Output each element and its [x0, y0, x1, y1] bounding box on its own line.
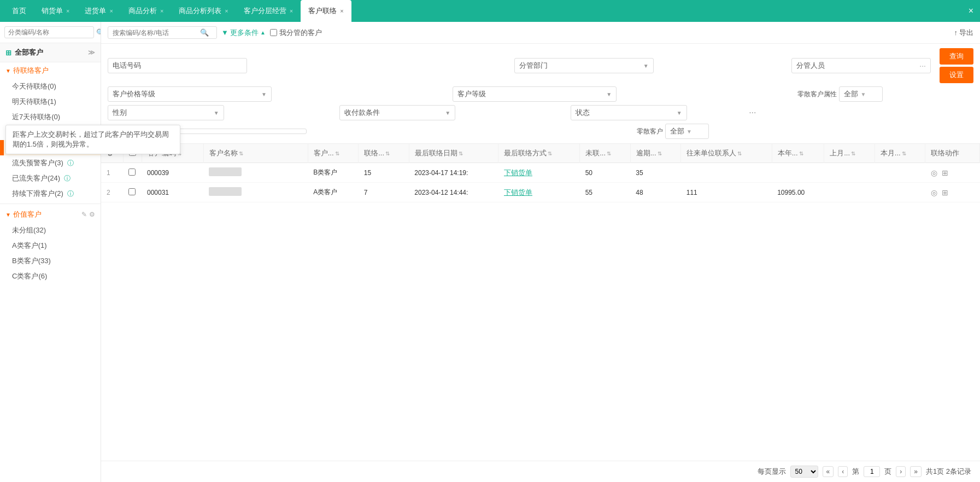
manager-filter[interactable]: 分管人员 ···	[791, 58, 931, 73]
price-level-filter[interactable]: 客户价格等级 ▼	[108, 86, 272, 102]
nav-purchase-order[interactable]: 进货单 ×	[77, 0, 120, 22]
nav-product-analysis[interactable]: 商品分析 ×	[121, 0, 171, 22]
person-sort-icon[interactable]: ⇅	[737, 150, 742, 156]
row2-checkbox[interactable]	[128, 188, 136, 195]
last-page-button[interactable]: »	[910, 466, 922, 477]
lost-customers-info-icon[interactable]: ⓘ	[64, 175, 71, 182]
settings-button[interactable]: 设置	[940, 67, 973, 83]
per-page-select[interactable]: 50 100 200	[790, 466, 818, 478]
scatter-customer-area: 零散客户 全部 ▼	[637, 124, 709, 139]
row2-this-month	[875, 183, 925, 202]
filter-row-1: 电话号码 分管部门 ▼ 分管人员 ··· 查询 设置	[108, 48, 973, 83]
sidebar-c-customers[interactable]: C类客户(6)	[0, 269, 101, 284]
row3-more-icon[interactable]: ···	[749, 108, 756, 118]
sidebar-collapse-icon[interactable]: ≫	[88, 49, 95, 56]
filter-bar: 🔍 ▼ 更多条件 ▲ 我分管的客户 ↑ 导出	[101, 22, 980, 44]
value-section-settings-icon[interactable]: ⚙	[89, 211, 95, 218]
customer-level-filter[interactable]: 客户等级 ▼	[453, 86, 617, 102]
main-search-input[interactable]	[113, 29, 200, 37]
filter-icon: ▼	[221, 28, 228, 37]
next-page-button[interactable]: ›	[896, 466, 906, 477]
manager-more-icon[interactable]: ···	[919, 61, 926, 70]
value-customers-section[interactable]: ▼ 价值客户 ✎ ⚙	[0, 206, 101, 223]
value-section-edit-icon[interactable]: ✎	[81, 211, 87, 218]
query-button[interactable]: 查询	[940, 48, 973, 65]
filter-row-4: 客户类型 零散客户 全部 ▼	[108, 124, 973, 139]
status-filter[interactable]: 状态 ▼	[571, 105, 687, 120]
nav-product-analysis-list[interactable]: 商品分析列表 ×	[171, 0, 236, 22]
close-customer-contact-icon[interactable]: ×	[340, 8, 343, 14]
row2-code: 000031	[142, 183, 203, 202]
declining-info-icon[interactable]: ⓘ	[67, 190, 74, 198]
row1-detail-icon[interactable]: ⊞	[942, 169, 948, 177]
close-purchase-order-icon[interactable]: ×	[109, 8, 113, 14]
page-number-input[interactable]	[864, 466, 880, 477]
row2-checkbox-cell[interactable]	[123, 183, 142, 202]
nav-sales-order[interactable]: 销货单 ×	[34, 0, 77, 22]
close-sales-order-icon[interactable]: ×	[66, 8, 69, 14]
sidebar-7days-pending[interactable]: 近7天待联络(0)	[0, 109, 101, 125]
close-product-analysis-icon[interactable]: ×	[160, 8, 163, 14]
method-sort-icon[interactable]: ⇅	[548, 150, 552, 156]
last-month-sort-icon[interactable]: ⇅	[851, 150, 855, 156]
type-sort-icon[interactable]: ⇅	[335, 150, 339, 156]
nav-customer-tier[interactable]: 客户分层经营 ×	[236, 0, 301, 22]
all-customers-header[interactable]: ⊞ 全部客户 ≫	[0, 43, 101, 62]
uncontacted-sort-icon[interactable]: ⇅	[607, 150, 611, 156]
sidebar-lost-warning[interactable]: 流失预警客户(3) ⓘ	[0, 155, 101, 171]
top-navigation: 首页 销货单 × 进货单 × 商品分析 × 商品分析列表 × 客户分层经营 × …	[0, 0, 980, 22]
row2-detail-icon[interactable]: ⊞	[942, 188, 948, 197]
nav-home[interactable]: 首页	[4, 0, 34, 22]
scatter-customer-select[interactable]: 全部 ▼	[665, 124, 709, 139]
row1-name	[203, 163, 308, 183]
close-customer-tier-icon[interactable]: ×	[290, 8, 293, 14]
sidebar-search-icon[interactable]: 🔍	[96, 28, 101, 37]
name-sort-icon[interactable]: ⇅	[239, 150, 243, 156]
sidebar-b-customers[interactable]: B类客户(33)	[0, 253, 101, 269]
row2-link-icon[interactable]: ◎	[931, 188, 937, 197]
row1-contact-person	[681, 163, 772, 183]
row1-checkbox-cell[interactable]	[123, 163, 142, 183]
this-month-sort-icon[interactable]: ⇅	[902, 150, 906, 156]
row1-checkbox[interactable]	[128, 169, 136, 176]
row1-last-date: 2023-04-17 14:19:	[409, 163, 498, 183]
export-button[interactable]: ↑ 导出	[954, 28, 974, 38]
row1-num: 1	[101, 163, 123, 183]
date-sort-icon[interactable]: ⇅	[459, 150, 463, 156]
lost-warning-info-icon[interactable]: ⓘ	[67, 159, 74, 167]
sidebar-a-customers[interactable]: A类客户(1)	[0, 238, 101, 253]
row1-last-method[interactable]: 下销货单	[498, 163, 580, 183]
sidebar-tomorrow-pending[interactable]: 明天待联络(1)	[0, 94, 101, 109]
close-product-analysis-list-icon[interactable]: ×	[225, 8, 228, 14]
row1-link-icon[interactable]: ◎	[931, 169, 937, 177]
first-page-button[interactable]: «	[823, 466, 834, 477]
row2-last-method[interactable]: 下销货单	[498, 183, 580, 202]
prev-page-button[interactable]: ‹	[838, 466, 848, 477]
pending-contact-section[interactable]: ▼ 待联络客户	[0, 62, 101, 79]
dept-filter[interactable]: 分管部门 ▼	[514, 58, 654, 73]
sidebar-today-pending[interactable]: 今天待联络(0)	[0, 79, 101, 94]
filter-actions: 查询 设置	[940, 48, 973, 83]
sidebar-search-input[interactable]	[4, 26, 94, 38]
sidebar-lost-customers[interactable]: 已流失客户(24) ⓘ	[0, 171, 101, 186]
price-level-dropdown-icon: ▼	[261, 91, 267, 97]
scatter-attr-select[interactable]: 全部 ▼	[839, 86, 883, 102]
year-sort-icon[interactable]: ⇅	[799, 150, 803, 156]
nav-customer-contact[interactable]: 客户联络 ×	[301, 0, 351, 22]
customers-grid-icon: ⊞	[5, 49, 11, 57]
phone-filter[interactable]: 电话号码	[108, 58, 247, 73]
main-search-icon[interactable]: 🔍	[200, 28, 209, 37]
my-customer-checkbox[interactable]	[270, 29, 277, 36]
row1-type: B类客户	[308, 163, 359, 183]
th-this-month: 本月... ⇅	[875, 144, 925, 163]
window-close-button[interactable]: ×	[969, 6, 973, 16]
sidebar-declining-customers[interactable]: 持续下滑客户(2) ⓘ	[0, 186, 101, 201]
sidebar-ungrouped[interactable]: 未分组(32)	[0, 223, 101, 238]
payment-filter[interactable]: 收付款条件 ▼	[339, 105, 456, 120]
th-last-contact-date: 最后联络日期 ⇅	[409, 144, 498, 163]
row2-uncontacted: 55	[580, 183, 631, 202]
contact-sort-icon[interactable]: ⇅	[385, 150, 390, 156]
more-conditions-button[interactable]: ▼ 更多条件 ▲	[221, 28, 266, 38]
overdue-sort-icon[interactable]: ⇅	[658, 150, 662, 156]
gender-filter[interactable]: 性别 ▼	[108, 105, 224, 120]
